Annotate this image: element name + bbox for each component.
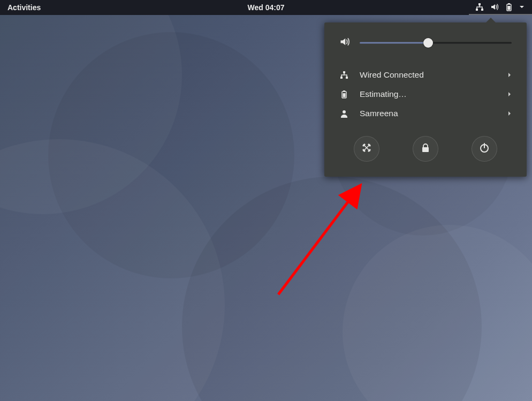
network-wired-icon: [475, 3, 484, 11]
battery-icon: [339, 90, 349, 99]
svg-rect-6: [343, 71, 345, 73]
chevron-right-icon: [507, 109, 512, 118]
action-row: [324, 128, 527, 172]
user-menu-label: Samreena: [360, 109, 497, 118]
settings-icon: [361, 142, 372, 155]
svg-rect-5: [508, 6, 511, 10]
volume-icon: [490, 3, 499, 11]
user-icon: [339, 109, 349, 118]
chevron-right-icon: [507, 89, 512, 99]
network-menu-item[interactable]: Wired Connected: [324, 65, 527, 85]
battery-menu-label: Estimating…: [360, 89, 497, 99]
lock-icon: [421, 143, 430, 155]
settings-button[interactable]: [354, 136, 379, 162]
clock[interactable]: Wed 04:07: [248, 0, 285, 15]
svg-rect-13: [422, 147, 429, 152]
chevron-right-icon: [507, 70, 512, 80]
user-menu-item[interactable]: Samreena: [324, 104, 527, 123]
battery-icon: [505, 3, 513, 11]
volume-icon: [339, 36, 350, 49]
system-tray[interactable]: [469, 0, 532, 15]
lock-button[interactable]: [413, 136, 438, 162]
svg-rect-10: [343, 90, 345, 92]
svg-rect-8: [346, 77, 348, 79]
svg-rect-4: [508, 3, 510, 4]
volume-slider[interactable]: [360, 39, 512, 47]
svg-rect-1: [476, 9, 478, 11]
chevron-down-icon: [519, 4, 525, 10]
power-button[interactable]: [472, 136, 497, 162]
activities-button[interactable]: Activities: [0, 0, 48, 15]
top-bar: Activities Wed 04:07: [0, 0, 532, 15]
svg-rect-2: [481, 9, 483, 11]
svg-rect-11: [343, 93, 346, 97]
power-icon: [479, 142, 490, 155]
network-menu-label: Wired Connected: [360, 70, 497, 80]
volume-row: [324, 22, 527, 61]
svg-rect-0: [478, 3, 481, 5]
system-menu-list: Wired Connected Estimating… Samreena: [324, 61, 527, 128]
battery-menu-item[interactable]: Estimating…: [324, 85, 527, 104]
svg-rect-7: [340, 77, 343, 79]
system-menu-popover: Wired Connected Estimating… Samreena: [324, 22, 527, 177]
svg-point-12: [343, 110, 346, 114]
network-wired-icon: [339, 71, 349, 79]
